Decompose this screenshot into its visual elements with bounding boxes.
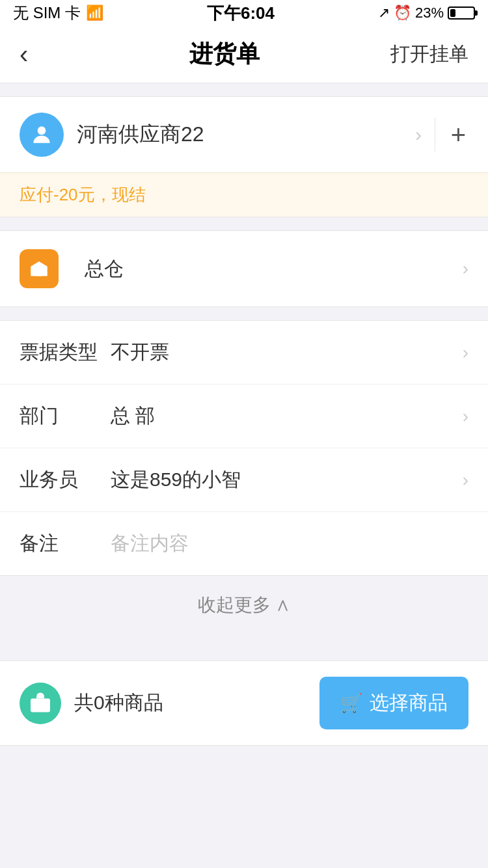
warehouse-section: 总仓 › bbox=[0, 230, 488, 307]
invoice-chevron-icon: › bbox=[463, 342, 468, 363]
product-icon-bg bbox=[20, 683, 61, 724]
supplier-chevron-icon: › bbox=[415, 124, 422, 146]
department-chevron-icon: › bbox=[463, 406, 468, 427]
status-bar: 无 SIM 卡 📶 下午6:04 ↗ ⏰ 23% bbox=[0, 0, 488, 26]
warehouse-icon bbox=[28, 258, 50, 280]
select-product-label: 选择商品 bbox=[370, 690, 448, 716]
supplier-section: 河南供应商22 › + 应付-20元，现结 bbox=[0, 96, 488, 217]
add-supplier-button[interactable]: + bbox=[435, 118, 468, 152]
department-value: 总 部 bbox=[98, 403, 463, 429]
warehouse-row[interactable]: 总仓 › bbox=[0, 231, 488, 306]
form-section: 票据类型 不开票 › 部门 总 部 › 业务员 这是859的小智 › 备注 备注… bbox=[0, 320, 488, 576]
remark-row[interactable]: 备注 备注内容 bbox=[0, 512, 488, 575]
warehouse-chevron-icon: › bbox=[463, 258, 468, 279]
salesperson-value: 这是859的小智 bbox=[98, 467, 463, 493]
collapse-button[interactable]: 收起更多 ∧ bbox=[0, 576, 488, 634]
salesperson-row[interactable]: 业务员 这是859的小智 › bbox=[0, 448, 488, 512]
warehouse-name: 总仓 bbox=[72, 256, 463, 282]
salesperson-label: 业务员 bbox=[20, 467, 98, 493]
battery-icon bbox=[448, 7, 475, 20]
page-title: 进货单 bbox=[189, 38, 260, 70]
invoice-type-value: 不开票 bbox=[98, 339, 463, 366]
remark-input[interactable]: 备注内容 bbox=[98, 530, 468, 557]
supplier-notice: 应付-20元，现结 bbox=[0, 172, 488, 217]
product-icon bbox=[29, 692, 52, 715]
alarm-icon: ⏰ bbox=[394, 5, 411, 21]
section-gap-1 bbox=[0, 83, 488, 96]
back-button[interactable]: ‹ bbox=[20, 40, 59, 69]
open-pending-button[interactable]: 打开挂单 bbox=[390, 41, 468, 68]
supplier-name: 河南供应商22 bbox=[77, 120, 415, 149]
department-row[interactable]: 部门 总 部 › bbox=[0, 385, 488, 448]
status-left: 无 SIM 卡 📶 bbox=[13, 3, 103, 23]
location-icon: ↗ bbox=[378, 5, 390, 21]
supplier-row[interactable]: 河南供应商22 › + bbox=[0, 97, 488, 172]
person-icon bbox=[29, 122, 54, 147]
nav-bar: ‹ 进货单 打开挂单 bbox=[0, 26, 488, 83]
product-count: 共0种商品 bbox=[74, 690, 319, 716]
department-label: 部门 bbox=[20, 403, 98, 429]
select-product-button[interactable]: 🛒 选择商品 bbox=[319, 677, 468, 729]
status-right: ↗ ⏰ 23% bbox=[378, 5, 475, 21]
invoice-type-row[interactable]: 票据类型 不开票 › bbox=[0, 321, 488, 385]
svg-point-0 bbox=[38, 126, 46, 135]
remark-label: 备注 bbox=[20, 530, 98, 557]
section-gap-3 bbox=[0, 307, 488, 320]
battery-label: 23% bbox=[415, 5, 444, 21]
svg-rect-1 bbox=[36, 271, 42, 277]
section-gap-2 bbox=[0, 217, 488, 230]
product-bar: 共0种商品 🛒 选择商品 bbox=[0, 660, 488, 746]
collapse-label: 收起更多 ∧ bbox=[198, 593, 291, 617]
wifi-icon: 📶 bbox=[86, 5, 103, 21]
supplier-avatar bbox=[20, 113, 64, 157]
salesperson-chevron-icon: › bbox=[463, 470, 468, 491]
invoice-type-label: 票据类型 bbox=[20, 339, 98, 366]
section-gap-4 bbox=[0, 634, 488, 647]
select-product-icon: 🛒 bbox=[340, 692, 363, 714]
carrier-label: 无 SIM 卡 bbox=[13, 3, 81, 23]
status-time: 下午6:04 bbox=[207, 2, 275, 25]
warehouse-icon-bg bbox=[20, 249, 59, 288]
